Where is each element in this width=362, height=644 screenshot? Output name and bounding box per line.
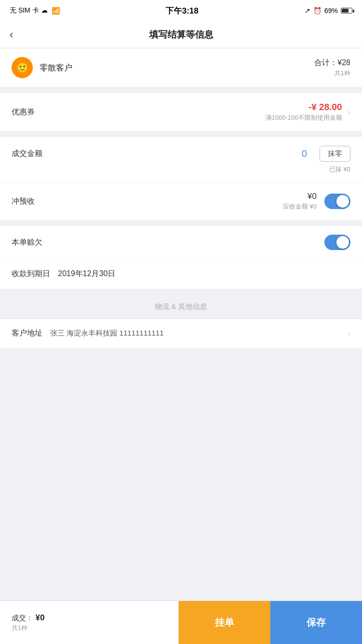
status-bar: 无 SIM 卡 ☁ 📶 下午3:18 ↗ ⏰ 69%	[0, 0, 362, 21]
nav-bar: ‹ 填写结算等信息	[0, 21, 362, 48]
bottom-deal-amount: ¥0	[35, 613, 44, 622]
alarm-icon: ⏰	[313, 7, 321, 14]
battery-text: 69%	[324, 7, 338, 14]
address-label: 客户地址	[12, 328, 42, 338]
logistics-label: 物流 & 其他信息	[155, 302, 207, 311]
status-left: 无 SIM 卡 ☁ 📶	[10, 6, 60, 15]
coupon-desc: 满1000-100不限制使用金额	[265, 113, 342, 122]
debt-label: 本单赊欠	[12, 238, 42, 248]
total-count: 共1种	[314, 69, 350, 78]
coupon-discount: -¥ 28.00	[265, 102, 342, 112]
prepay-receivable: 应收金额 ¥0	[283, 202, 317, 211]
customer-name: 零散客户	[40, 62, 72, 73]
transaction-label: 成交金额	[12, 149, 42, 159]
customer-row: 🙂 零散客户 合计：¥28 共1种	[0, 48, 362, 87]
status-time: 下午3:18	[166, 5, 198, 16]
hold-button[interactable]: 挂单	[179, 601, 270, 644]
transaction-value[interactable]: 0	[302, 148, 307, 159]
prepay-amount: ¥0	[283, 192, 317, 201]
address-row[interactable]: 客户地址 张三 海淀永丰科技园 11111111111 ›	[0, 319, 362, 349]
due-date-label: 收款到期日	[12, 269, 50, 279]
page-title: 填写结算等信息	[149, 28, 213, 41]
coupon-right: -¥ 28.00 满1000-100不限制使用金额 ›	[265, 102, 350, 122]
location-icon: ↗	[305, 7, 310, 14]
debt-section: 本单赊欠 收款到期日 2019年12月30日	[0, 226, 362, 289]
bottom-count: 共1种	[12, 624, 167, 632]
already-rounded-text: 已抹 ¥0	[329, 166, 350, 173]
divider-4	[0, 289, 362, 295]
save-button[interactable]: 保存	[270, 601, 362, 644]
bottom-info: 成交： ¥0 共1种	[0, 613, 179, 632]
bottom-deal-row: 成交： ¥0	[12, 613, 167, 623]
debt-row: 本单赊欠	[0, 226, 362, 259]
round-off-button[interactable]: 抹零	[320, 146, 350, 162]
avatar: 🙂	[12, 57, 33, 78]
logistics-section: 物流 & 其他信息	[0, 295, 362, 318]
address-value: 张三 海淀永丰科技园 11111111111	[50, 329, 348, 338]
status-right: ↗ ⏰ 69%	[305, 7, 352, 14]
customer-section: 🙂 零散客户 合计：¥28 共1种	[0, 48, 362, 87]
divider-1	[0, 87, 362, 93]
avatar-icon: 🙂	[16, 62, 28, 73]
debt-toggle[interactable]	[324, 235, 350, 250]
address-chevron: ›	[348, 329, 350, 338]
transaction-amount-row: 成交金额 0 抹零 已抹 ¥0	[0, 137, 362, 183]
bottom-deal-label: 成交：	[12, 614, 33, 622]
due-date-value[interactable]: 2019年12月30日	[58, 269, 115, 279]
divider-2	[0, 131, 362, 137]
wifi-icon: 📶	[52, 7, 60, 14]
back-button[interactable]: ‹	[10, 28, 13, 41]
prepay-toggle-knob	[336, 195, 349, 208]
coupon-chevron: ›	[348, 108, 350, 116]
prepay-row: 冲预收 ¥0 应收金额 ¥0	[0, 183, 362, 220]
content: 🙂 零散客户 合计：¥28 共1种 优惠券 -¥ 28.00 满1000-100…	[0, 48, 362, 397]
battery-icon	[341, 8, 352, 14]
transaction-section: 成交金额 0 抹零 已抹 ¥0 冲预收 ¥0 应收金额 ¥0	[0, 137, 362, 220]
coupon-row[interactable]: 优惠券 -¥ 28.00 满1000-100不限制使用金额 ›	[0, 93, 362, 131]
sim-status: 无 SIM 卡 ☁	[10, 6, 48, 15]
prepay-label: 冲预收	[12, 196, 35, 207]
customer-left: 🙂 零散客户	[12, 57, 72, 78]
prepay-right: ¥0 应收金额 ¥0	[283, 192, 317, 211]
coupon-section: 优惠券 -¥ 28.00 满1000-100不限制使用金额 ›	[0, 93, 362, 131]
coupon-detail: -¥ 28.00 满1000-100不限制使用金额	[265, 102, 342, 122]
debt-toggle-knob	[336, 236, 349, 249]
divider-3	[0, 220, 362, 226]
customer-right: 合计：¥28 共1种	[314, 58, 350, 78]
total-amount: 合计：¥28	[314, 58, 350, 68]
bottom-bar: 成交： ¥0 共1种 挂单 保存	[0, 601, 362, 644]
coupon-label: 优惠券	[12, 107, 35, 117]
prepay-toggle[interactable]	[324, 194, 350, 209]
due-date-row: 收款到期日 2019年12月30日	[0, 259, 362, 289]
